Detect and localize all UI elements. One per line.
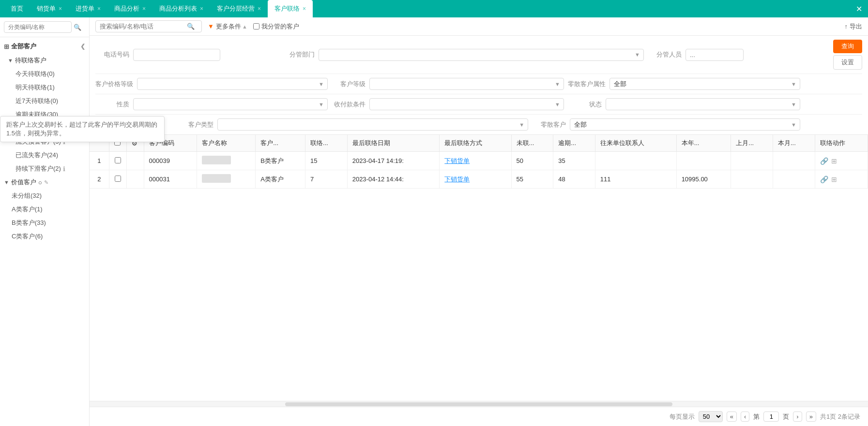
table-header-row: ⚙ 客户编码 客户名称 客户... 联络... 最后联络日期 最后联络方式 未联… [90,135,868,152]
row2-check[interactable] [115,176,121,182]
settings-button[interactable]: 设置 [833,55,862,70]
row1-action-icons: 🔗 ⊞ [820,157,863,165]
scatter-customers-label: 零散客户 [532,120,566,129]
sidebar-search-icon[interactable]: 🔍 [74,24,81,31]
filter-search-icon[interactable]: 🔍 [187,23,195,30]
close-analysis-list-tab[interactable]: × [200,5,203,12]
my-customers-check[interactable] [253,23,259,29]
nav-sales[interactable]: 销货单 × [30,0,69,17]
row1-this-month [773,152,815,170]
close-sales-tab[interactable]: × [59,5,62,12]
sidebar-b-customers[interactable]: B类客户(33) [0,216,89,230]
nav-analysis-list[interactable]: 商品分析列表 × [152,0,210,17]
last-page-btn[interactable]: » [806,411,816,422]
my-customers-checkbox[interactable]: 我分管的客户 [253,22,299,31]
row2-link-icon[interactable]: 🔗 [820,176,828,183]
sidebar-c-customers[interactable]: C类客户(6) [0,230,89,243]
customer-grade-select[interactable] [369,78,564,90]
per-page-select[interactable]: 50 [699,411,723,422]
close-purchase-tab[interactable]: × [97,5,101,12]
nav-customer-contact[interactable]: 客户联络 × [268,0,313,17]
query-button[interactable]: 查询 [833,40,862,53]
scatter-attr-select[interactable]: 全部 [609,78,800,90]
row1-num: 1 [90,152,109,170]
row2-name[interactable] [197,170,255,189]
more-conditions-btn[interactable]: ▼ 更多条件 ▲ [208,22,247,31]
customer-type-select[interactable] [217,118,528,131]
value-customers-group[interactable]: ▼ 价值客户 ○ ✎ [0,176,89,189]
main-layout: 🔍 ⊞ 全部客户 ❮ ▼ 待联络客户 今天待联络(0) 明天待联络(1) 近7天… [0,17,868,426]
price-grade-select-wrapper: ▼ [137,78,328,90]
row1-link-icon[interactable]: 🔗 [820,157,828,165]
status-select[interactable] [606,98,800,110]
row1-this-year [676,152,731,170]
value-group-edit-icon[interactable]: ✎ [44,179,48,186]
prev-page-btn[interactable]: ‹ [741,411,749,422]
payment-label: 收付款条件 [332,100,365,109]
hscroll-bar[interactable] [90,401,868,407]
export-label: 导出 [850,22,862,31]
nature-select-wrapper: ▼ [133,98,328,110]
row1-last-date: 2023-04-17 14:19: [347,152,440,170]
dept-select[interactable] [319,49,644,61]
close-analysis-tab[interactable]: × [142,5,146,12]
page-of-label: 页 [783,412,789,421]
sidebar-a-customers[interactable]: A类客户(1) [0,203,89,216]
row1-not-contact: 50 [511,152,553,170]
sidebar-all-customers[interactable]: ⊞ 全部客户 ❮ [0,39,89,54]
customer-type-label: 客户类型 [180,120,213,129]
phone-input[interactable] [133,49,220,61]
value-group-label: 价值客户 [11,178,36,187]
pending-contact-group[interactable]: ▼ 待联络客户 [0,54,89,67]
sidebar-today-pending[interactable]: 今天待联络(0) [0,67,89,81]
nav-purchase[interactable]: 进货单 × [69,0,107,17]
customer-grade-label: 客户等级 [332,80,365,88]
filter-search-input[interactable] [100,23,187,30]
pending-arrow: ▼ [8,58,13,63]
sidebar-declining[interactable]: 持续下滑客户(2) ℹ [0,162,89,176]
data-table: ⚙ 客户编码 客户名称 客户... 联络... 最后联络日期 最后联络方式 未联… [90,135,868,189]
hscroll-thumb[interactable] [285,402,672,406]
row1-name[interactable] [197,152,255,170]
sidebar-ungroup[interactable]: 未分组(32) [0,189,89,203]
nature-select[interactable] [133,98,328,110]
nav-analysis[interactable]: 商品分析 × [107,0,152,17]
all-customers-label: 全部客户 [11,42,36,51]
sidebar-search-input[interactable] [4,21,72,33]
th-last-contact-date: 最后联络日期 [347,135,440,152]
row2-contact: 7 [305,170,348,189]
payment-select-wrapper: ▼ [369,98,564,110]
export-btn[interactable]: ↑ 导出 [845,22,863,31]
manager-input[interactable] [685,49,744,61]
row2-grid-icon[interactable]: ⊞ [831,176,837,183]
close-segment-tab[interactable]: × [258,5,261,12]
customer-type-field: 客户类型 ▼ [180,118,528,131]
declining-info-icon[interactable]: ℹ [63,165,65,173]
row2-last-method[interactable]: 下销货单 [440,170,511,189]
nature-field: 性质 ▼ [95,98,328,110]
nav-home[interactable]: 首页 [4,0,30,17]
row1-contact-person [595,152,676,170]
nav-customer-segment[interactable]: 客户分层经营 × [210,0,268,17]
sidebar-churned[interactable]: 已流失客户(24) [0,148,89,162]
payment-select[interactable] [369,98,564,110]
row1-check[interactable] [115,157,121,163]
price-grade-label: 客户价格等级 [95,80,133,88]
close-contact-tab[interactable]: × [303,5,306,12]
next-page-btn[interactable]: › [793,411,802,422]
row1-last-method[interactable]: 下销货单 [440,152,511,170]
collapse-sidebar-btn[interactable]: ❮ [80,43,85,50]
th-name: 客户名称 [197,135,255,152]
scatter-attr-field: 零散客户属性 全部 ▼ [568,78,800,90]
sidebar-tomorrow-pending[interactable]: 明天待联络(1) [0,81,89,94]
status-select-wrapper: ▼ [606,98,800,110]
customer-grade-select-wrapper: ▼ [369,78,564,90]
page-num-input[interactable] [763,411,779,422]
first-page-btn[interactable]: « [727,411,737,422]
row1-grid-icon[interactable]: ⊞ [831,157,837,165]
export-icon: ↑ [845,23,848,30]
price-grade-select[interactable] [137,78,328,90]
scatter-customers-select[interactable]: 全部 [570,118,800,131]
sidebar-7days-pending[interactable]: 近7天待联络(0) [0,94,89,108]
window-close[interactable]: ✕ [856,4,862,14]
